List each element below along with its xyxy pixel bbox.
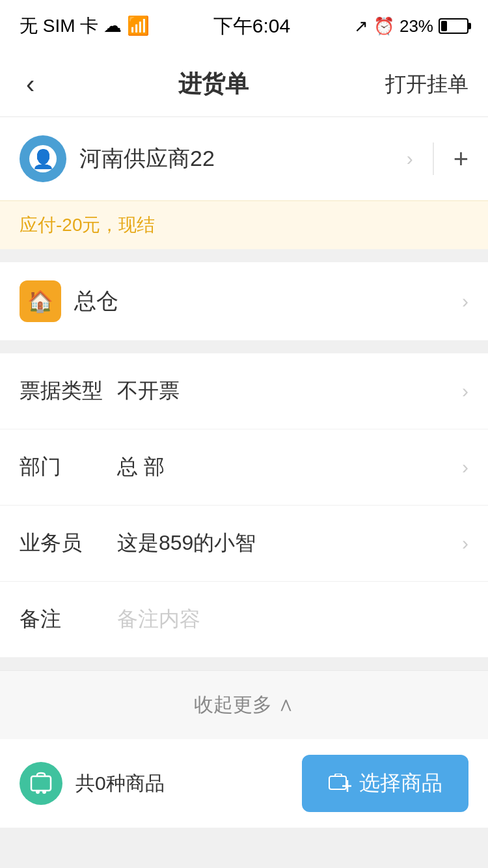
product-icon	[20, 762, 62, 805]
supplier-divider	[433, 142, 434, 175]
warehouse-name: 总仓	[74, 286, 462, 316]
status-right: ↗ ⏰ 23%	[354, 16, 468, 36]
remarks-input[interactable]: 备注内容	[104, 605, 468, 634]
form-section: 票据类型 不开票 › 部门 总 部 › 业务员 这是859的小智 › 备注 备注…	[0, 353, 488, 657]
supplier-avatar: 👤	[20, 135, 66, 182]
back-button[interactable]: ‹	[20, 63, 41, 105]
select-product-icon	[328, 774, 351, 793]
supplier-chevron-icon: ›	[407, 148, 413, 170]
alarm-icon: ⏰	[373, 16, 394, 36]
svg-rect-3	[329, 776, 346, 789]
content: 👤 河南供应商22 › + 应付-20元，现结 🏠 总仓 › 票据类型 不开票 …	[0, 117, 488, 868]
department-value: 总 部	[104, 453, 455, 481]
status-bar: 无 SIM 卡 ☁ 📶 下午6:04 ↗ ⏰ 23%	[0, 0, 488, 52]
warehouse-row[interactable]: 🏠 总仓 ›	[0, 262, 488, 340]
location-icon: ↗	[354, 16, 368, 36]
invoice-type-value: 不开票	[104, 377, 455, 405]
salesperson-value: 这是859的小智	[104, 529, 455, 558]
notice-text: 应付-20元，现结	[20, 215, 155, 235]
department-label: 部门	[20, 453, 104, 481]
warehouse-icon: 🏠	[20, 280, 61, 322]
invoice-type-label: 票据类型	[20, 377, 104, 405]
department-chevron-icon: ›	[462, 456, 468, 478]
svg-point-2	[42, 790, 46, 794]
supplier-row[interactable]: 👤 河南供应商22 › +	[0, 117, 488, 200]
select-product-label: 选择商品	[359, 769, 442, 798]
collapse-bar[interactable]: 收起更多 ∧	[0, 670, 488, 739]
salesperson-chevron-icon: ›	[462, 532, 468, 554]
collapse-label: 收起更多 ∧	[194, 694, 293, 715]
status-time: 下午6:04	[213, 13, 290, 40]
invoice-type-row[interactable]: 票据类型 不开票 ›	[0, 353, 488, 429]
svg-rect-0	[31, 776, 51, 791]
page-title: 进货单	[178, 68, 249, 100]
warehouse-chevron-icon: ›	[462, 290, 468, 312]
open-pending-button[interactable]: 打开挂单	[385, 70, 468, 99]
supplier-name: 河南供应商22	[79, 144, 407, 174]
supplier-section: 👤 河南供应商22 › + 应付-20元，现结	[0, 117, 488, 249]
select-product-button[interactable]: 选择商品	[302, 755, 468, 812]
product-count: 共0种商品	[75, 770, 302, 797]
salesperson-label: 业务员	[20, 529, 104, 558]
status-left: 无 SIM 卡 ☁ 📶	[20, 14, 150, 38]
department-row[interactable]: 部门 总 部 ›	[0, 429, 488, 506]
bottom-bar: 共0种商品 选择商品	[0, 739, 488, 828]
notice-bar: 应付-20元，现结	[0, 200, 488, 249]
add-supplier-button[interactable]: +	[454, 144, 468, 174]
gray-area	[0, 828, 488, 868]
salesperson-row[interactable]: 业务员 这是859的小智 ›	[0, 506, 488, 582]
remarks-row[interactable]: 备注 备注内容	[0, 582, 488, 657]
cart-icon	[29, 771, 53, 796]
invoice-type-chevron-icon: ›	[462, 380, 468, 402]
battery-percent: 23%	[400, 16, 433, 36]
warehouse-section: 🏠 总仓 ›	[0, 262, 488, 340]
warehouse-building-icon: 🏠	[27, 289, 53, 314]
nav-bar: ‹ 进货单 打开挂单	[0, 52, 488, 117]
battery-icon	[439, 18, 468, 34]
svg-point-1	[36, 790, 40, 794]
remarks-label: 备注	[20, 605, 104, 634]
avatar-person-icon: 👤	[32, 148, 55, 170]
